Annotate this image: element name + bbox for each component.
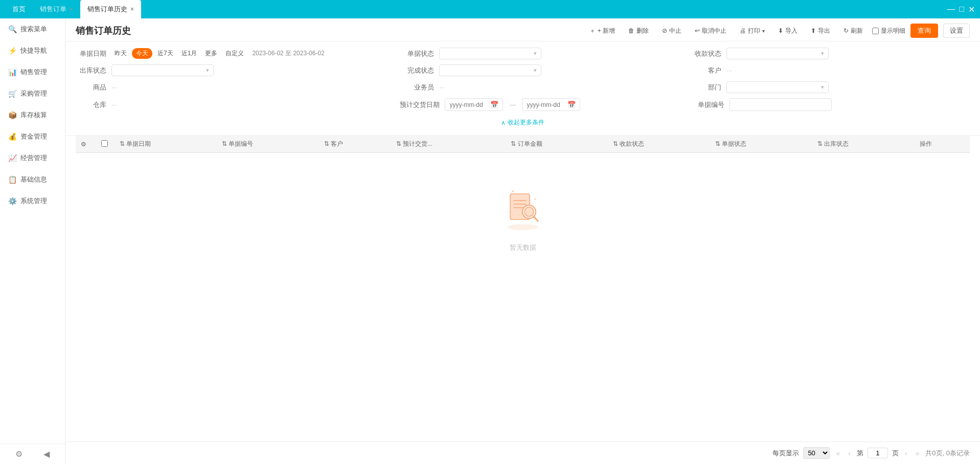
tab-sales-order[interactable]: 销售订单 ×: [33, 0, 80, 18]
product-more-btn[interactable]: ···: [111, 83, 117, 91]
table-header-row: ⚙ ⇅ 单据日期 ⇅ 单据编号 ⇅ 客户: [76, 136, 970, 153]
date-custom[interactable]: 自定义: [222, 48, 247, 59]
customer-control: ···: [726, 67, 970, 74]
print-dropdown-icon: ▾: [762, 28, 765, 34]
delete-button[interactable]: 🗑 删除: [624, 25, 653, 37]
content-area: 销售订单历史 ＋ + 新增 🗑 删除 ⊘ 中止 ↩ 取消中止: [65, 18, 980, 464]
sidebar-item-purchase-mgmt[interactable]: 🛒 采购管理: [0, 83, 65, 104]
cancel-stop-button[interactable]: ↩ 取消中止: [691, 25, 731, 37]
salesperson-more-btn[interactable]: ···: [439, 83, 445, 91]
maximize-button[interactable]: □: [959, 5, 964, 14]
sidebar: 🔍 搜索菜单 ⚡ 快捷导航 📊 销售管理 🛒 采购管理 📦 库存核算 💰 资金管…: [0, 18, 65, 464]
sidebar-item-basic-info[interactable]: 📋 基础信息: [0, 169, 65, 190]
collapse-up-icon: ∧: [501, 119, 506, 126]
page-input[interactable]: [868, 448, 888, 458]
date-today[interactable]: 今天: [132, 48, 152, 59]
new-button[interactable]: ＋ + 新增: [585, 25, 619, 37]
first-page-button[interactable]: «: [834, 448, 842, 458]
expected-date-end-input[interactable]: [527, 101, 567, 108]
tab-home[interactable]: 首页: [5, 0, 33, 18]
date-1month[interactable]: 近1月: [178, 48, 200, 59]
display-details-checkbox-wrap[interactable]: 显示明细: [872, 27, 905, 35]
doc-number-input[interactable]: [730, 98, 832, 111]
delete-icon: 🗑: [628, 27, 634, 34]
th-expected-date-label: ⇅ 预计交货...: [396, 140, 432, 147]
svg-point-7: [525, 207, 534, 216]
date-7days[interactable]: 近7天: [154, 48, 176, 59]
stop-button[interactable]: ⊘ 中止: [658, 25, 686, 37]
th-amount-label: ⇅ 订单金额: [511, 140, 542, 147]
th-warehouse-status[interactable]: ⇅ 出库状态: [812, 136, 915, 153]
sidebar-item-sales-mgmt[interactable]: 📊 销售管理: [0, 61, 65, 83]
sidebar-settings-button[interactable]: ⚙: [15, 449, 22, 459]
query-button[interactable]: 查询: [910, 24, 938, 38]
customer-more-btn[interactable]: ···: [726, 67, 732, 74]
import-button[interactable]: ⬇ 导入: [774, 25, 802, 37]
select-all-checkbox[interactable]: [101, 140, 108, 147]
filter-row-3: 商品 ··· 业务员 ··· 部门 ▾: [76, 81, 970, 93]
th-number[interactable]: ⇅ 单据编号: [217, 136, 319, 153]
tab-sales-order-history[interactable]: 销售订单历史 ×: [80, 0, 141, 18]
empty-text: 暂无数据: [510, 243, 536, 252]
minimize-button[interactable]: —: [947, 5, 955, 14]
th-customer[interactable]: ⇅ 客户: [319, 136, 391, 153]
sidebar-item-finance-mgmt[interactable]: 💰 资金管理: [0, 126, 65, 147]
last-page-button[interactable]: »: [914, 448, 922, 458]
prev-page-button[interactable]: ‹: [846, 448, 853, 458]
page-label: 第: [857, 449, 863, 458]
sidebar-item-quick-nav[interactable]: ⚡ 快捷导航: [0, 40, 65, 61]
sidebar-item-sys-mgmt[interactable]: ⚙️ 系统管理: [0, 190, 65, 212]
th-expected-date[interactable]: ⇅ 预计交货...: [391, 136, 506, 153]
export-button[interactable]: ⬆ 导出: [807, 25, 834, 37]
th-receipt-status[interactable]: ⇅ 收款状态: [608, 136, 710, 153]
sidebar-item-inventory[interactable]: 📦 库存核算: [0, 104, 65, 126]
th-doc-status-label: ⇅ 单据状态: [715, 140, 746, 147]
expected-date-start-input[interactable]: [449, 101, 490, 108]
completion-status-select[interactable]: ▾: [439, 64, 541, 76]
sidebar-collapse-button[interactable]: ◀: [43, 449, 50, 459]
completion-status-control: ▾: [439, 64, 682, 76]
date-yesterday[interactable]: 昨天: [111, 48, 130, 59]
refresh-button[interactable]: ↻ 刷新: [839, 25, 867, 37]
close-window-button[interactable]: ✕: [968, 5, 975, 14]
sidebar-item-search-menu[interactable]: 🔍 搜索菜单: [0, 18, 65, 40]
salesperson-control: ···: [439, 83, 682, 91]
per-page-select[interactable]: 10 20 50 100: [803, 447, 830, 459]
sidebar-item-ops-mgmt[interactable]: 📈 经营管理: [0, 147, 65, 169]
receipt-status-label: 收款状态: [691, 49, 726, 58]
display-details-checkbox[interactable]: [872, 28, 879, 34]
th-doc-status[interactable]: ⇅ 单据状态: [710, 136, 812, 153]
th-actions-label: 操作: [920, 140, 932, 147]
warehouse-status-arrow: ▾: [206, 67, 209, 74]
main-layout: 🔍 搜索菜单 ⚡ 快捷导航 📊 销售管理 🛒 采购管理 📦 库存核算 💰 资金管…: [0, 18, 980, 464]
calendar-end-icon[interactable]: 📅: [567, 101, 576, 108]
date-more[interactable]: 更多: [202, 48, 220, 59]
filter-area: 单据日期 昨天 今天 近7天 近1月 更多 自定义 2023-06-02 至 2…: [65, 41, 980, 136]
th-settings[interactable]: ⚙: [76, 136, 96, 153]
tab-sales-order-label: 销售订单: [40, 5, 66, 14]
ops-mgmt-icon: 📈: [8, 154, 16, 162]
receipt-status-select[interactable]: ▾: [726, 48, 829, 59]
new-label: + 新增: [598, 27, 615, 35]
th-date[interactable]: ⇅ 单据日期: [115, 136, 217, 153]
status-select[interactable]: ▾: [439, 48, 541, 59]
print-button[interactable]: 🖨 打印 ▾: [736, 25, 769, 37]
next-page-button[interactable]: ›: [903, 448, 909, 458]
cancel-stop-label: 取消中止: [702, 27, 726, 35]
sidebar-item-basic-info-label: 基础信息: [20, 175, 47, 184]
tab-sales-order-history-close[interactable]: ×: [130, 6, 134, 13]
page-header: 销售订单历史 ＋ + 新增 🗑 删除 ⊘ 中止 ↩ 取消中止: [65, 18, 980, 41]
collapse-row[interactable]: ∧ 收起更多条件: [76, 116, 970, 129]
empty-illustration: [497, 184, 549, 235]
calendar-start-icon[interactable]: 📅: [490, 101, 498, 108]
warehouse-status-select[interactable]: ▾: [111, 64, 214, 76]
tab-sales-order-close[interactable]: ×: [70, 6, 73, 13]
warehouse-more-btn[interactable]: ···: [111, 101, 117, 108]
th-amount[interactable]: ⇅ 订单金额: [506, 136, 608, 153]
department-select[interactable]: ▾: [726, 81, 829, 93]
settings-button[interactable]: 设置: [943, 24, 970, 38]
th-customer-label: ⇅ 客户: [324, 140, 343, 147]
print-label: 打印: [748, 27, 760, 35]
date-filter-label: 单据日期: [76, 49, 111, 58]
page-title: 销售订单历史: [76, 25, 131, 37]
